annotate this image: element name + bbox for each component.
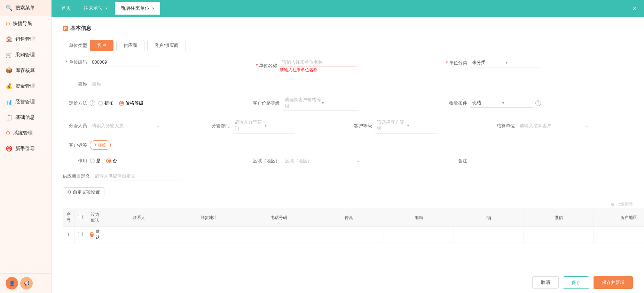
unit-code-input[interactable] (90, 58, 159, 66)
pricing-radio-discount[interactable]: 折扣 (98, 100, 113, 106)
notes-input[interactable] (470, 157, 574, 165)
save-new-button[interactable]: 保存并新增 (594, 276, 633, 289)
col-default: 设为默认 (86, 209, 104, 227)
region-dots-btn[interactable]: ··· (355, 158, 362, 164)
save-button[interactable]: 保存 (563, 276, 589, 289)
customer-price-level-group: 客户价格等级 请选择客户价格等级 ▼ (253, 95, 443, 111)
notes-label: 备注 (443, 158, 467, 164)
list-icon: 📋 (6, 114, 13, 121)
department-group: 分管部门 请输入分管部门 ▼ (205, 118, 348, 133)
sidebar-item-label: 资金管理 (15, 83, 35, 89)
close-all-tabs[interactable]: ✕ (630, 4, 640, 13)
supplier-custom-input[interactable] (93, 172, 183, 180)
contact-input[interactable] (108, 231, 170, 239)
sidebar-item-guide[interactable]: 🎯 新手引导 (0, 141, 51, 156)
money-icon: 💰 (6, 83, 13, 89)
disabled-yes[interactable]: 是 (90, 158, 101, 164)
qq-input[interactable] (457, 231, 520, 239)
sidebar-item-basic[interactable]: 📋 基础信息 (0, 109, 51, 125)
col-address: 到货地址 (174, 209, 244, 227)
type-btn-customer[interactable]: 客户 (90, 40, 113, 51)
unit-type-group: 单位类型 客户 供应商 客户/供应商 (63, 40, 633, 51)
cell-qq (454, 227, 524, 243)
add-tag-btn[interactable]: + 标签 (90, 140, 111, 150)
col-email: 邮箱 (384, 209, 454, 227)
close-new-partner-tab[interactable]: ✕ (152, 7, 155, 10)
tab-home[interactable]: 首页 (56, 2, 77, 15)
address-input[interactable] (178, 231, 240, 239)
sidebar-item-search[interactable]: 🔍 搜索菜单 (0, 0, 51, 16)
tab-new-partner[interactable]: 新增往来单位 ✕ (115, 2, 160, 15)
unit-name-label: 单位名称 (253, 63, 277, 69)
manager-input[interactable] (90, 122, 152, 130)
cell-fax (314, 227, 384, 243)
manager-dots-btn[interactable]: ··· (155, 123, 162, 129)
customer-level-select[interactable]: 请选择客户等级 ▼ (375, 118, 438, 133)
settlement-unit-input[interactable] (518, 122, 580, 130)
main-area: 首页 往来单位 ✕ 新增往来单位 ✕ ✕ P 基本信息 单位类型 客户 供应商 … (52, 0, 644, 293)
col-fax: 传真 (314, 209, 384, 227)
sidebar-bottom-btn1[interactable]: 👤 (6, 277, 18, 290)
col-region: 所在地区 (594, 209, 644, 227)
disabled-no[interactable]: 否 (106, 158, 117, 164)
default-radio[interactable]: 默认 (90, 229, 100, 241)
sidebar-item-operations[interactable]: 📊 经营管理 (0, 94, 51, 109)
home-icon: 🏠 (6, 36, 13, 42)
sidebar-item-purchase[interactable]: 🛒 采购管理 (0, 47, 51, 63)
unit-name-input[interactable] (280, 58, 356, 66)
gear-icon: ⚙ (6, 130, 10, 136)
phone-input[interactable] (248, 231, 310, 239)
row-region-input[interactable] (597, 231, 644, 239)
customer-level-label: 客户等级 (348, 123, 372, 129)
cancel-button[interactable]: 取消 (532, 276, 559, 289)
department-select[interactable]: 请输入分管部门 ▼ (233, 118, 295, 133)
section-title: P 基本信息 (63, 25, 633, 32)
row-checkbox[interactable] (78, 232, 83, 236)
cell-phone (244, 227, 314, 243)
region-input[interactable] (283, 157, 352, 165)
unit-category-select[interactable]: 未分类 ▼ (470, 58, 540, 67)
tab-partner[interactable]: 往来单位 ✕ (78, 2, 113, 15)
customer-level-arrow-icon: ▼ (406, 123, 435, 128)
short-name-input[interactable] (90, 80, 159, 88)
cell-seq: 1 (63, 227, 74, 243)
region-label: 区域（地区） (253, 158, 280, 164)
disabled-radio-group: 是 否 (90, 158, 117, 164)
payment-terms-select[interactable]: 现结 ▼ (470, 98, 533, 108)
bottom-bar: 取消 保存 保存并新增 (52, 272, 644, 293)
customer-price-level-select[interactable]: 请选择客户价格等级 ▼ (283, 95, 359, 111)
sidebar-bottom: 👤 📢 (0, 273, 51, 293)
manager-group: 分管人员 ··· (63, 122, 205, 130)
settlement-dots-btn[interactable]: ··· (583, 123, 590, 129)
pricing-help-icon[interactable]: ? (90, 100, 95, 106)
type-btn-supplier[interactable]: 供应商 (116, 40, 144, 51)
short-name-label: 简称 (63, 81, 87, 87)
pricing-radio-level[interactable]: 价格等级 (119, 100, 143, 106)
col-wechat: 微信 (524, 209, 594, 227)
close-partner-tab[interactable]: ✕ (105, 7, 108, 10)
sidebar-item-sales[interactable]: 🏠 销售管理 (0, 31, 51, 47)
supplier-custom-row: 供应商自定义 (63, 172, 633, 180)
unit-category-group: 单位分类 未分类 ▼ (443, 58, 633, 67)
email-input[interactable] (387, 231, 450, 239)
sidebar-item-system[interactable]: ⚙ 系统管理 (0, 125, 51, 141)
unit-type-row: 单位类型 客户 供应商 客户/供应商 (63, 40, 633, 51)
disabled-yes-circle (90, 158, 95, 163)
type-btn-both[interactable]: 客户/供应商 (147, 40, 186, 51)
unit-name-group: 单位名称 请输入往来单位名称 (253, 58, 443, 73)
sidebar-item-quicknav[interactable]: ⊙ 快捷导航 (0, 16, 51, 31)
wechat-input[interactable] (527, 231, 590, 239)
custom-settings-btn[interactable]: ⚙ 自定义项设置 (63, 187, 104, 197)
sidebar-bottom-btn2[interactable]: 📢 (20, 277, 33, 290)
customer-tag-group: 客户标签 + 标签 (63, 140, 633, 150)
unit-type-buttons: 客户 供应商 客户/供应商 (90, 40, 186, 51)
select-all-checkbox[interactable] (78, 215, 83, 219)
sidebar-item-inventory[interactable]: 📦 库存核算 (0, 63, 51, 78)
payment-terms-help-icon[interactable]: ? (535, 100, 541, 106)
fax-input[interactable] (317, 231, 380, 239)
level-radio-circle (119, 101, 124, 106)
sidebar-item-label: 基础信息 (15, 114, 35, 121)
pricing-row: 定价方法 ? 折扣 价格等级 客户价格等级 请选择客户价格等级 (63, 95, 633, 111)
chart-icon: 📊 (6, 98, 13, 105)
sidebar-item-finance[interactable]: 💰 资金管理 (0, 78, 51, 94)
